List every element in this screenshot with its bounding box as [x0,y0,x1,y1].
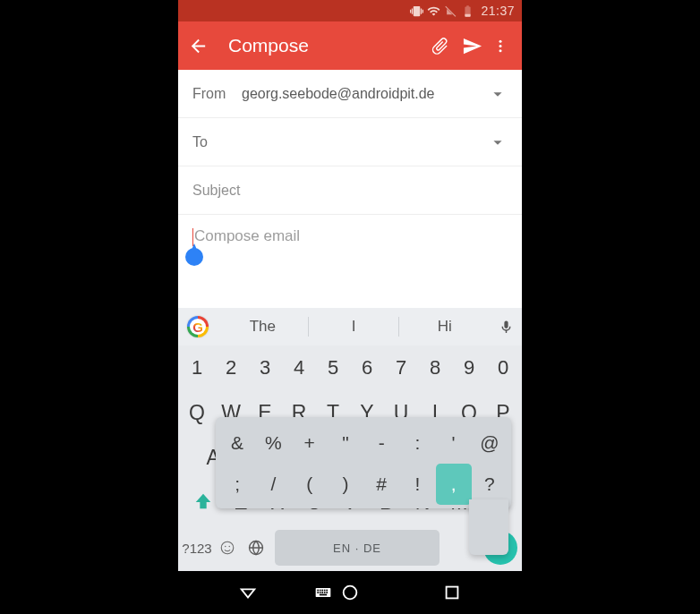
popup-key[interactable]: + [292,422,328,464]
svg-point-2 [499,49,502,52]
chevron-down-icon [488,84,508,104]
from-label: From [192,86,242,102]
key-9[interactable]: 9 [452,348,486,388]
keyboard-icon [314,584,332,601]
space-key[interactable]: EN · DE [275,530,440,566]
key-q[interactable]: Q [180,393,214,432]
symbols-key[interactable]: ?123 [180,541,214,556]
svg-rect-16 [320,592,321,593]
popup-key[interactable]: / [255,464,291,505]
google-icon[interactable]: G [187,316,209,337]
popup-key[interactable]: ; [219,464,255,505]
svg-point-0 [499,39,502,42]
no-sim-icon [444,4,457,18]
key-1[interactable]: 1 [180,348,214,388]
svg-point-7 [344,586,357,600]
circle-icon [340,583,360,602]
nav-ime-switch[interactable] [312,582,334,603]
svg-rect-17 [321,592,323,593]
popup-key[interactable]: , [436,464,472,505]
key-8[interactable]: 8 [418,348,452,388]
emoji-key[interactable] [214,540,241,556]
suggestion-3[interactable]: Hi [399,318,490,336]
suggestion-1[interactable]: The [218,318,308,336]
keyboard-row-numbers: 1234567890 [178,345,522,390]
app-bar: Compose [178,21,522,70]
popup-key[interactable]: ( [292,464,328,505]
compose-body[interactable]: Compose email [178,215,522,308]
svg-point-3 [221,542,234,554]
to-row[interactable]: To [178,118,522,166]
svg-rect-12 [321,590,323,592]
key-longpress-popup[interactable]: &%+"-:'@ ;/()#!,? [216,417,511,508]
key-popup-stem [469,499,508,555]
to-label: To [192,134,242,150]
globe-icon [247,539,265,557]
popup-key[interactable]: & [219,422,255,464]
popup-key[interactable]: - [363,422,399,464]
shift-icon [193,492,213,512]
svg-rect-8 [447,587,458,599]
key-5[interactable]: 5 [316,348,350,388]
voice-input-button[interactable] [490,320,522,335]
from-value: georg.seebode@androidpit.de [242,86,488,102]
svg-rect-11 [320,590,321,592]
more-vert-icon [492,36,508,56]
chevron-down-icon[interactable] [488,132,508,152]
suggestion-2[interactable]: I [309,318,399,336]
from-row[interactable]: From georg.seebode@androidpit.de [178,70,522,118]
language-key[interactable] [241,539,271,557]
cursor-handle[interactable] [185,248,203,266]
arrow-left-icon [188,36,209,56]
popup-key[interactable]: ! [399,464,435,505]
wifi-icon [427,4,440,18]
triangle-down-icon [238,583,258,602]
send-icon [462,36,482,56]
suggestion-bar: G The I Hi [178,308,522,345]
key-6[interactable]: 6 [350,348,384,388]
popup-key[interactable]: : [399,422,435,464]
attachment-icon [430,36,450,56]
key-0[interactable]: 0 [486,348,520,388]
square-icon [442,583,462,602]
attach-button[interactable] [423,30,456,62]
mic-icon [499,320,514,335]
send-button[interactable] [456,30,488,62]
vibrate-icon [410,4,423,18]
popup-key[interactable]: % [255,422,291,464]
key-3[interactable]: 3 [248,348,282,388]
subject-placeholder: Subject [192,183,240,199]
svg-rect-13 [324,590,326,592]
svg-point-5 [229,546,231,548]
key-4[interactable]: 4 [282,348,316,388]
body-placeholder: Compose email [194,227,300,244]
svg-rect-14 [326,590,328,592]
popup-key[interactable]: # [363,464,399,505]
popup-key[interactable]: ) [328,464,363,505]
svg-rect-18 [324,592,326,593]
back-button[interactable] [187,35,209,56]
svg-rect-15 [317,592,319,593]
popup-key[interactable]: @ [472,422,508,464]
navigation-bar [178,571,522,614]
popup-key[interactable]: " [328,422,363,464]
nav-back[interactable] [237,582,259,603]
key-2[interactable]: 2 [214,348,248,388]
nav-home[interactable] [339,582,361,603]
svg-rect-10 [317,590,319,592]
svg-rect-19 [326,592,328,593]
svg-rect-20 [320,594,327,596]
app-bar-title: Compose [228,35,423,56]
subject-row[interactable]: Subject [178,166,522,215]
battery-icon [461,4,474,18]
status-bar: 21:37 [178,0,522,21]
popup-key[interactable]: ' [436,422,472,464]
emoji-icon [219,540,235,556]
nav-recents[interactable] [441,582,463,603]
svg-point-1 [499,45,502,47]
key-7[interactable]: 7 [384,348,418,388]
svg-point-4 [225,546,226,548]
overflow-button[interactable] [488,30,513,62]
status-clock: 21:37 [481,4,515,18]
